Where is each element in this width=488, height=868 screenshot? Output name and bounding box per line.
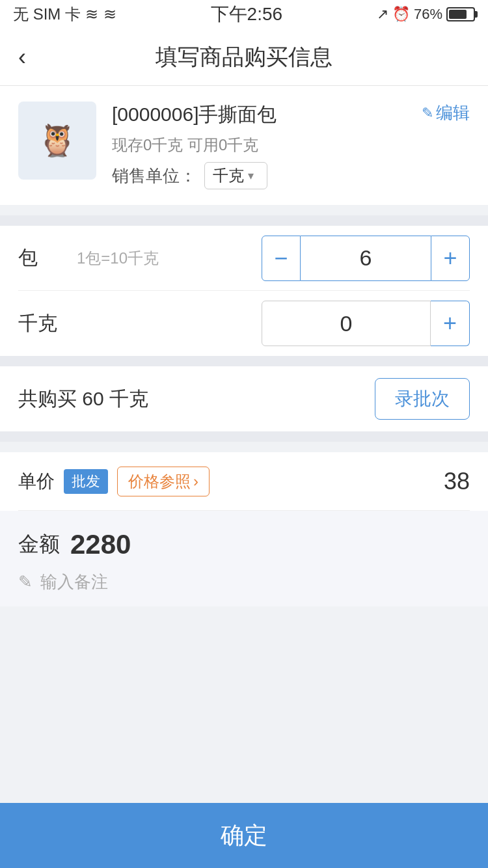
package-input[interactable] [301,236,431,281]
package-label: 包 [18,245,70,271]
product-unit-row: 销售单位： 千克 ▾ [112,162,470,189]
unit-select[interactable]: 千克 ▾ [204,162,267,189]
price-ref-label: 价格参照 [128,471,191,492]
unit-label: 销售单位： [112,165,197,187]
wifi-icon: ≋ [103,5,116,23]
nav-bar: ‹ 填写商品购买信息 [0,29,488,86]
amount-section: 金额 2280 ✎ 输入备注 [0,511,488,606]
page-title: 填写商品购买信息 [156,42,332,72]
unit-value: 千克 [213,165,244,186]
product-stock: 现存0千克 可用0千克 [112,135,470,156]
edit-button[interactable]: ✎ 编辑 [422,102,470,124]
product-name: [0000006]手撕面包 [112,102,277,128]
confirm-button[interactable]: 确定 [0,803,488,868]
edit-label: 编辑 [436,102,470,124]
price-ref-button[interactable]: 价格参照 › [117,467,210,496]
product-info: [0000006]手撕面包 ✎ 编辑 现存0千克 可用0千克 销售单位： 千克 … [112,102,470,189]
separator-3 [0,431,488,442]
location-icon: ↗ [377,6,388,23]
note-row[interactable]: ✎ 输入备注 [18,571,470,593]
package-minus-button[interactable]: − [262,236,301,281]
status-time: 下午2:56 [211,2,283,27]
price-section: 单价 批发 价格参照 › 38 [0,452,488,511]
separator-1 [0,215,488,226]
kg-label: 千克 [18,310,70,337]
package-hint: 1包=10千克 [77,248,159,269]
price-label: 单价 [18,469,55,494]
kg-input[interactable] [262,301,431,346]
dropdown-arrow-icon: ▾ [248,169,254,183]
back-button[interactable]: ‹ [18,44,26,71]
status-left: 无 SIM 卡 ≋ ≋ [13,4,116,25]
price-row: 单价 批发 价格参照 › 38 [18,452,470,511]
kg-input-row: 千克 + [18,291,470,356]
package-input-row: 包 1包=10千克 − + [18,226,470,291]
edit-icon: ✎ [422,105,433,122]
battery-icon [446,7,475,21]
note-placeholder: 输入备注 [40,571,108,593]
alarm-icon: ⏰ [392,6,410,23]
sim-status: 无 SIM 卡 ≋ [13,4,98,25]
separator-2 [0,356,488,366]
total-section: 共购买 60 千克 录批次 [0,366,488,431]
price-ref-arrow-icon: › [193,472,198,491]
package-controls: − + [262,236,470,281]
amount-row: 金额 2280 [18,529,470,560]
amount-label: 金额 [18,530,60,559]
battery-fill [449,10,467,19]
kg-controls: + [262,301,470,346]
edit-note-icon: ✎ [18,572,33,592]
total-label: 共购买 60 千克 [18,386,148,413]
package-plus-button[interactable]: + [431,236,470,281]
kg-plus-button[interactable]: + [431,301,470,346]
product-image: 🦉 [18,102,96,180]
amount-value: 2280 [70,529,131,560]
product-card: 🦉 [0000006]手撕面包 ✎ 编辑 现存0千克 可用0千克 销售单位： 千… [0,86,488,205]
battery-percent: 76% [414,6,442,23]
price-value: 38 [444,468,470,495]
status-bar: 无 SIM 卡 ≋ ≋ 下午2:56 ↗ ⏰ 76% [0,0,488,29]
package-input-section: 包 1包=10千克 − + 千克 + [0,226,488,356]
wholesale-tag: 批发 [64,469,108,494]
batch-button[interactable]: 录批次 [375,378,470,420]
product-logo-icon: 🦉 [38,122,77,159]
status-right: ↗ ⏰ 76% [377,6,475,23]
